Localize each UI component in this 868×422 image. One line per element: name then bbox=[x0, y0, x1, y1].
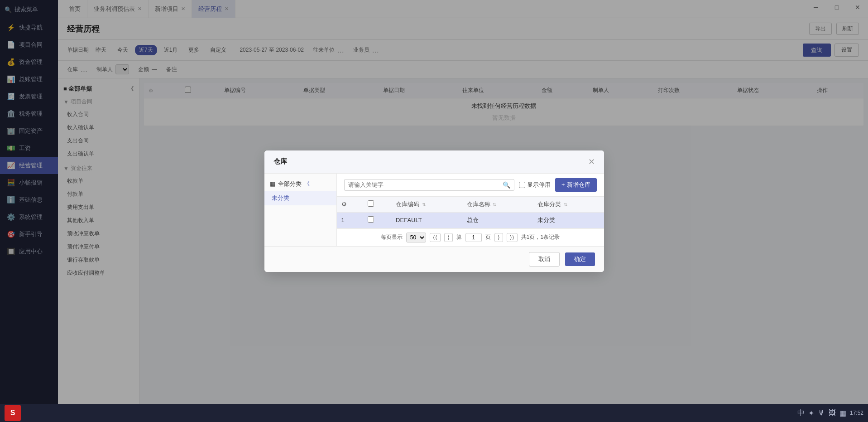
modal-prev-page[interactable]: ⟨ bbox=[444, 233, 453, 242]
modal-col-name: 仓库名称 ⇅ bbox=[462, 197, 533, 213]
modal-gear-icon[interactable]: ⚙ bbox=[341, 201, 347, 208]
all-categories-icon: ▦ bbox=[270, 180, 275, 187]
modal-cancel-button[interactable]: 取消 bbox=[529, 252, 560, 267]
modal-confirm-button[interactable]: 确定 bbox=[565, 252, 595, 266]
modal-pagination: 每页显示 50 ⟨⟨ ⟨ 算 页 ⟩ ⟩⟩ 共1页，1条记录 bbox=[337, 228, 604, 246]
modal-col-gear: ⚙ bbox=[337, 197, 363, 213]
modal-per-page-label: 每页显示 bbox=[381, 233, 403, 241]
modal-header: 仓库 ✕ bbox=[264, 150, 604, 174]
modal-table-row[interactable]: 1 DEFAULT 总仓 未分类 bbox=[337, 212, 604, 228]
modal-col-category: 仓库分类 ⇅ bbox=[533, 197, 604, 213]
row-checkbox[interactable] bbox=[368, 216, 374, 223]
modal-page-size-select[interactable]: 50 bbox=[406, 233, 426, 243]
modal-col-check bbox=[363, 197, 391, 213]
modal-page-label: 算 bbox=[456, 233, 462, 241]
modal-total-text: 共1页，1条记录 bbox=[521, 233, 560, 241]
row-check bbox=[363, 212, 391, 228]
uncategorized-label: 未分类 bbox=[272, 194, 289, 201]
left-panel-collapse-icon[interactable]: 《 bbox=[304, 180, 310, 188]
taskbar-time: 17:52 bbox=[850, 410, 863, 416]
plus-icon: + bbox=[561, 181, 565, 188]
modal-page-suffix: 页 bbox=[485, 233, 491, 241]
modal-search-input[interactable] bbox=[348, 181, 500, 188]
name-sort-icon[interactable]: ⇅ bbox=[493, 202, 496, 207]
row-name: 总仓 bbox=[462, 212, 533, 228]
category-sort-icon[interactable]: ⇅ bbox=[564, 202, 567, 207]
code-sort-icon[interactable]: ⇅ bbox=[422, 202, 426, 207]
show-disabled-text: 显示停用 bbox=[527, 181, 551, 189]
row-code: DEFAULT bbox=[391, 212, 462, 228]
modal-toolbar: 🔍 显示停用 + 新增仓库 bbox=[337, 174, 604, 197]
modal-first-page[interactable]: ⟨⟨ bbox=[430, 233, 441, 242]
row-index: 1 bbox=[337, 212, 363, 228]
modal-right: 🔍 显示停用 + 新增仓库 bbox=[337, 174, 604, 246]
taskbar-zh-icon[interactable]: 中 bbox=[797, 408, 805, 418]
modal-table-area: ⚙ 仓库编码 ⇅ 仓库名称 ⇅ bbox=[337, 197, 604, 228]
taskbar-grid-icon[interactable]: ▦ bbox=[839, 409, 846, 417]
taskbar-app-s[interactable]: S bbox=[5, 405, 21, 421]
show-disabled-checkbox[interactable] bbox=[519, 182, 525, 188]
all-categories-label: 全部分类 bbox=[278, 180, 302, 188]
modal-next-page[interactable]: ⟩ bbox=[494, 233, 503, 242]
modal-search-icon: 🔍 bbox=[503, 181, 510, 189]
modal-title: 仓库 bbox=[273, 157, 287, 166]
modal-close-button[interactable]: ✕ bbox=[588, 157, 595, 167]
modal-page-input[interactable] bbox=[465, 233, 482, 242]
taskbar-mic-icon[interactable]: 🎙 bbox=[818, 409, 825, 417]
modal-overlay[interactable]: 仓库 ✕ ▦ 全部分类 《 未分类 bbox=[0, 0, 868, 422]
taskbar-icons: 中 ✦ 🎙 🖼 ▦ 17:52 bbox=[797, 408, 863, 418]
modal-left-uncategorized[interactable]: 未分类 bbox=[264, 191, 336, 205]
warehouse-modal: 仓库 ✕ ▦ 全部分类 《 未分类 bbox=[264, 150, 604, 272]
taskbar-gallery-icon[interactable]: 🖼 bbox=[829, 409, 836, 417]
modal-body: ▦ 全部分类 《 未分类 🔍 显示停用 bbox=[264, 174, 604, 246]
add-warehouse-label: 新增仓库 bbox=[567, 181, 590, 189]
row-category: 未分类 bbox=[533, 212, 604, 228]
modal-footer: 取消 确定 bbox=[264, 246, 604, 272]
modal-left-panel: ▦ 全部分类 《 未分类 bbox=[264, 174, 337, 246]
modal-last-page[interactable]: ⟩⟩ bbox=[507, 233, 518, 242]
taskbar-star-icon[interactable]: ✦ bbox=[808, 409, 814, 417]
modal-select-all[interactable] bbox=[368, 200, 374, 207]
modal-col-code: 仓库编码 ⇅ bbox=[391, 197, 462, 213]
add-warehouse-button[interactable]: + 新增仓库 bbox=[555, 178, 597, 192]
modal-left-all-categories[interactable]: ▦ 全部分类 《 bbox=[264, 177, 336, 191]
taskbar: S 中 ✦ 🎙 🖼 ▦ 17:52 bbox=[0, 404, 868, 422]
show-disabled-label[interactable]: 显示停用 bbox=[519, 181, 551, 189]
modal-table: ⚙ 仓库编码 ⇅ 仓库名称 ⇅ bbox=[337, 197, 604, 228]
modal-search-box[interactable]: 🔍 bbox=[344, 179, 514, 191]
taskbar-s-icon: S bbox=[10, 409, 15, 417]
